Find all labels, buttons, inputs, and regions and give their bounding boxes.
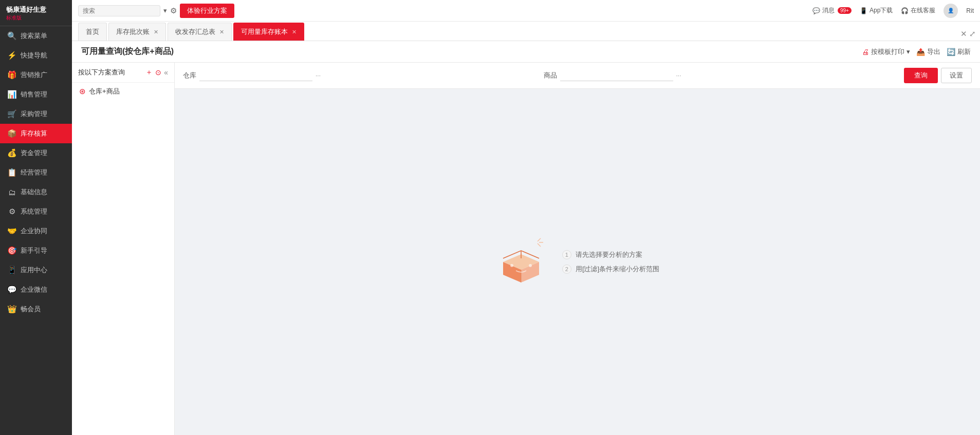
sidebar-item-marketing[interactable]: 🎁营销推广 — [0, 65, 72, 85]
tab-available[interactable]: 可用量库存账本✕ — [233, 23, 304, 41]
sales-icon: 📊 — [7, 90, 16, 99]
system-icon: ⚙ — [7, 207, 16, 216]
sidebar-item-label: 企业协同 — [21, 226, 47, 236]
print-btn[interactable]: 🖨 按模板打印 ▾ — [862, 47, 910, 56]
work-area: 按以下方案查询 ＋ ⊙ « ⊛ 仓库+商品 仓库 — [72, 63, 980, 435]
add-scheme-btn[interactable]: ＋ — [145, 68, 153, 77]
tab-close-available[interactable]: ✕ — [292, 29, 297, 35]
topbar-right: 💬 消息 99+ 📱 App下载 🎧 在线客服 👤 Rit — [812, 4, 974, 18]
gear-btn[interactable]: ⚙ — [170, 6, 177, 15]
sidebar-item-cooperation[interactable]: 🤝企业协同 — [0, 221, 72, 241]
tab-batch[interactable]: 库存批次账✕ — [108, 23, 166, 41]
sidebar-item-search[interactable]: 🔍搜索菜单 — [0, 26, 72, 46]
trial-btn[interactable]: 体验行业方案 — [180, 4, 234, 18]
app-edition: 标准版 — [6, 14, 66, 22]
sidebar-item-finance[interactable]: 💰资金管理 — [0, 143, 72, 163]
purchase-icon: 🛒 — [7, 109, 16, 119]
apps-icon: 📱 — [7, 266, 16, 275]
sidebar-item-label: 新手引导 — [21, 246, 47, 255]
sidebar-item-guide[interactable]: 🎯新手引导 — [0, 241, 72, 260]
user-avatar[interactable]: 👤 — [944, 4, 958, 18]
sidebar-item-system[interactable]: ⚙系统管理 — [0, 202, 72, 221]
tabbar: 首页库存批次账✕收发存汇总表✕可用量库存账本✕ ✕ ⤢ — [72, 22, 980, 41]
tab-close-batch[interactable]: ✕ — [154, 29, 158, 35]
settings-scheme-btn[interactable]: ⊙ — [155, 68, 161, 77]
avatar-placeholder: 👤 — [948, 8, 954, 13]
filter-settings-btn[interactable]: 设置 — [941, 68, 972, 83]
search-input[interactable] — [78, 5, 160, 16]
sidebar-item-label: 搜索菜单 — [21, 31, 47, 41]
sidebar-item-label: 应用中心 — [21, 266, 47, 275]
basic-icon: 🗂 — [7, 188, 16, 197]
scheme-label: 仓库+商品 — [89, 87, 120, 96]
expand-window-btn[interactable]: ⤢ — [969, 29, 976, 39]
tip-item-1: 1 请先选择要分析的方案 — [562, 250, 659, 259]
tip-text-2: 用[过滤]条件来缩小分析范围 — [576, 264, 659, 274]
content-area: 可用量查询(按仓库+商品) 🖨 按模板打印 ▾ 📤 导出 🔄 刷新 — [72, 41, 980, 435]
empty-state: 1 请先选择要分析的方案 2 用[过滤]条件来缩小分析范围 — [175, 89, 980, 435]
left-panel: 按以下方案查询 ＋ ⊙ « ⊛ 仓库+商品 — [72, 63, 175, 435]
query-btn[interactable]: 查询 — [904, 68, 938, 83]
dropdown-btn[interactable]: ▾ — [163, 7, 167, 14]
topbar-search-area: ▾ ⚙ 体验行业方案 — [78, 4, 808, 18]
close-window-btn[interactable]: ✕ — [960, 29, 967, 39]
product-more-btn[interactable]: ··· — [676, 72, 681, 79]
export-icon: 📤 — [916, 48, 925, 56]
sidebar-item-basic[interactable]: 🗂基础信息 — [0, 182, 72, 202]
sidebar-item-label: 基础信息 — [21, 187, 47, 197]
tab-label-available: 可用量库存账本 — [241, 27, 288, 36]
message-btn[interactable]: 💬 消息 99+ — [812, 6, 852, 15]
scheme-item-warehouse-product[interactable]: ⊛ 仓库+商品 — [72, 83, 174, 100]
warehouse-more-btn[interactable]: ··· — [316, 72, 321, 79]
empty-illustration — [495, 236, 547, 288]
search-icon: 🔍 — [7, 31, 16, 41]
marketing-icon: 🎁 — [7, 70, 16, 80]
export-label: 导出 — [927, 47, 940, 56]
app-download-btn[interactable]: 📱 App下载 — [860, 6, 893, 15]
message-badge: 99+ — [838, 7, 852, 14]
refresh-btn[interactable]: 🔄 刷新 — [947, 47, 971, 56]
svg-line-9 — [538, 243, 541, 247]
svg-line-7 — [538, 238, 541, 241]
shortcut-icon: ⚡ — [7, 51, 16, 60]
export-btn[interactable]: 📤 导出 — [916, 47, 940, 56]
product-input[interactable] — [560, 70, 673, 81]
sidebar-item-label: 销售管理 — [21, 90, 47, 99]
online-service-btn[interactable]: 🎧 在线客服 — [901, 6, 935, 15]
message-label: 消息 — [822, 6, 835, 15]
sidebar-item-inventory[interactable]: 📦库存核算 — [0, 124, 72, 143]
guide-icon: 🎯 — [7, 246, 16, 255]
svg-point-6 — [529, 264, 532, 267]
tab-close-summary[interactable]: ✕ — [219, 29, 224, 35]
tip-num-1: 1 — [562, 250, 571, 259]
print-chevron: ▾ — [907, 48, 910, 55]
tabbar-right: ✕ ⤢ — [956, 29, 980, 41]
refresh-label: 刷新 — [957, 47, 971, 56]
sidebar-item-wechat[interactable]: 💬企业微信 — [0, 280, 72, 299]
wechat-icon: 💬 — [7, 285, 16, 294]
svg-point-5 — [510, 264, 513, 267]
page-title: 可用量查询(按仓库+商品) — [81, 46, 174, 57]
inventory-icon: 📦 — [7, 129, 16, 138]
sidebar-nav: 🔍搜索菜单⚡快捷导航🎁营销推广📊销售管理🛒采购管理📦库存核算💰资金管理📋经营管理… — [0, 26, 72, 435]
filter-actions: 查询 设置 — [904, 68, 972, 83]
tab-label-batch: 库存批次账 — [116, 27, 150, 36]
sidebar-item-sales[interactable]: 📊销售管理 — [0, 85, 72, 104]
sidebar-item-member[interactable]: 👑畅会员 — [0, 299, 72, 319]
sidebar-item-apps[interactable]: 📱应用中心 — [0, 260, 72, 280]
tab-home[interactable]: 首页 — [78, 23, 107, 41]
sidebar-item-shortcut[interactable]: ⚡快捷导航 — [0, 46, 72, 65]
online-service-label: 在线客服 — [911, 6, 935, 15]
product-label: 商品 — [544, 71, 557, 80]
warehouse-input[interactable] — [199, 70, 312, 81]
refresh-icon: 🔄 — [947, 48, 955, 56]
topbar: ▾ ⚙ 体验行业方案 💬 消息 99+ 📱 App下载 🎧 在线客服 👤 Rit — [72, 0, 980, 22]
tab-summary[interactable]: 收发存汇总表✕ — [168, 23, 232, 41]
tip-item-2: 2 用[过滤]条件来缩小分析范围 — [562, 264, 659, 274]
sidebar-item-operations[interactable]: 📋经营管理 — [0, 163, 72, 182]
tip-num-2: 2 — [562, 264, 571, 274]
sidebar-item-label: 经营管理 — [21, 168, 47, 177]
warehouse-filter: 仓库 ··· — [183, 70, 538, 81]
collapse-panel-btn[interactable]: « — [164, 68, 168, 77]
sidebar-item-purchase[interactable]: 🛒采购管理 — [0, 104, 72, 124]
